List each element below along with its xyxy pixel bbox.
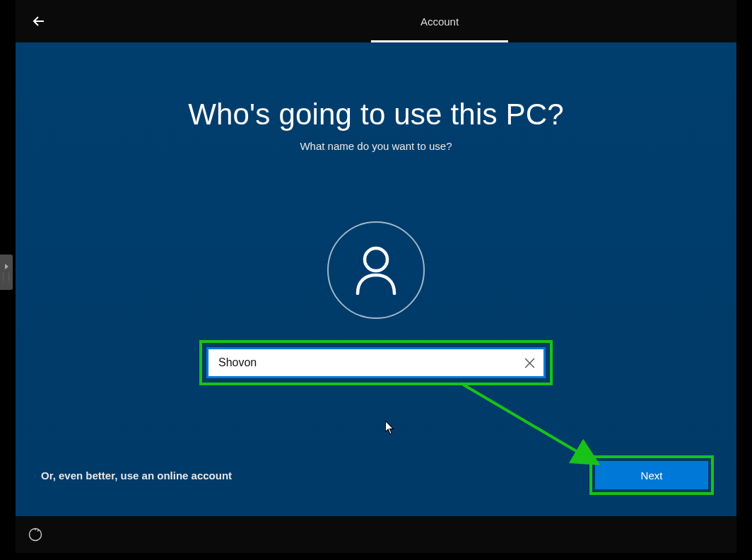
side-panel-handle[interactable]: ⋮⋮ ⋮⋮ [0, 255, 13, 290]
input-annotation-box [199, 340, 553, 385]
title-bar: Account [16, 0, 736, 42]
svg-point-1 [30, 529, 42, 541]
tab-account[interactable]: Account [371, 16, 508, 42]
page-heading: Who's going to use this PC? [16, 42, 736, 132]
user-icon [353, 245, 399, 295]
bottom-action-row: Or, even better, use an online account N… [41, 455, 714, 495]
name-input[interactable] [208, 349, 515, 376]
tab-strip: Account [244, 0, 508, 42]
svg-point-0 [365, 248, 387, 271]
setup-window: Account Who's going to use this PC? What… [16, 0, 736, 553]
ease-of-access-icon [28, 527, 42, 542]
name-input-container [206, 347, 546, 378]
avatar-placeholder [327, 221, 425, 319]
next-button[interactable]: Next [595, 461, 708, 489]
back-button[interactable] [25, 8, 52, 35]
content-area: Who's going to use this PC? What name do… [16, 42, 736, 516]
clear-input-button[interactable] [515, 349, 544, 376]
use-online-account-link[interactable]: Or, even better, use an online account [41, 469, 232, 482]
ease-of-access-button[interactable] [25, 525, 45, 544]
page-subheading: What name do you want to use? [16, 140, 736, 152]
next-annotation-box: Next [589, 455, 714, 495]
close-icon [524, 358, 535, 368]
footer-bar [16, 516, 736, 553]
